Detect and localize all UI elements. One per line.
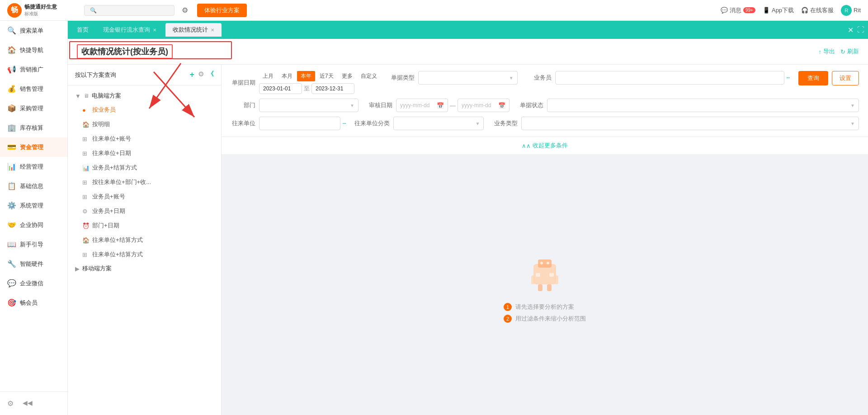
online-service-label: 在线客服 bbox=[810, 6, 834, 14]
counterpart-input[interactable] bbox=[259, 117, 340, 130]
online-service-button[interactable]: 🎧 在线客服 bbox=[801, 6, 834, 14]
tab-maximize-icon[interactable]: ⛶ bbox=[857, 26, 864, 34]
tab-collection-stat-close[interactable]: ✕ bbox=[211, 28, 214, 33]
scheme-item-salesman-date[interactable]: ⚙ 业务员+日期 bbox=[68, 204, 221, 218]
review-date-to[interactable]: yyyy-mm-dd 📅 bbox=[458, 99, 509, 112]
svg-rect-8 bbox=[531, 275, 535, 284]
scheme-item-by-detail[interactable]: 🏠 按明细 bbox=[68, 117, 221, 132]
counterpart-more-icon[interactable]: ··· bbox=[342, 119, 345, 127]
sm-date-icon: ⚙ bbox=[82, 208, 90, 215]
sidebar-collapse-icon[interactable]: ◀◀ bbox=[23, 399, 33, 408]
top-search-box[interactable]: 🔍 bbox=[84, 5, 175, 16]
message-button[interactable]: 💬 消息 99+ bbox=[721, 6, 755, 14]
collapse-bar[interactable]: ∧∧ 收起更多条件 bbox=[222, 137, 868, 154]
sidebar-settings-icon[interactable]: ⚙ bbox=[7, 399, 14, 408]
tab-bank-flow[interactable]: 现金银行流水查询 ✕ bbox=[96, 23, 164, 37]
app-download-button[interactable]: 📱 App下载 bbox=[763, 6, 794, 14]
sidebar: 🔍 搜索菜单 🏠 快捷导航 📢 营销推广 💰 销售管理 📦 采购管理 🏢 库存核… bbox=[0, 21, 68, 415]
tab-collection-stat[interactable]: 收款情况统计 ✕ bbox=[165, 23, 222, 37]
panel-settings-icon[interactable]: ⚙ bbox=[198, 70, 204, 80]
dept-select[interactable]: ▼ bbox=[259, 99, 359, 112]
right-content: 单据日期 上月 本月 本年 近7天 更多 自定义 bbox=[222, 65, 868, 415]
logo-sub: 标准版 bbox=[24, 11, 57, 17]
sidebar-item-wechat[interactable]: 💬 企业微信 bbox=[0, 274, 67, 293]
review-date-filter: 审核日期 yyyy-mm-dd 📅 — yyyy-mm-dd bbox=[368, 99, 509, 112]
salesman-more-icon[interactable]: ··· bbox=[786, 74, 789, 82]
date-from-input[interactable] bbox=[259, 83, 302, 94]
message-icon: 💬 bbox=[721, 7, 728, 14]
page-title: 收款情况统计(按业务员) bbox=[77, 44, 173, 59]
sidebar-item-member[interactable]: 🎯 畅会员 bbox=[0, 293, 67, 312]
panel-add-icon[interactable]: + bbox=[189, 70, 194, 80]
sidebar-item-enterprise[interactable]: 🤝 企业协同 bbox=[0, 215, 67, 235]
sidebar-label-guide: 新手引导 bbox=[20, 241, 43, 249]
date-tab-last-month[interactable]: 上月 bbox=[259, 71, 277, 81]
svg-rect-11 bbox=[547, 284, 552, 291]
user-avatar: R bbox=[841, 5, 852, 16]
mobile-group-title[interactable]: ▶ 移动端方案 bbox=[68, 262, 221, 275]
counterpart-cat-arrow: ▼ bbox=[475, 121, 480, 126]
dept-label: 部门 bbox=[231, 101, 255, 109]
calendar-icon-from[interactable]: 📅 bbox=[437, 102, 444, 109]
sidebar-item-sales[interactable]: 💰 销售管理 bbox=[0, 79, 67, 99]
content-area: 首页 现金银行流水查询 ✕ 收款情况统计 ✕ ✕ ⛶ 收款情况统计(按业务员) bbox=[68, 21, 868, 415]
sidebar-item-finance[interactable]: 💳 资金管理 bbox=[0, 137, 67, 157]
scheme-item-cp-settlement2[interactable]: ⊞ 往来单位+结算方式 bbox=[68, 247, 221, 262]
sidebar-item-system[interactable]: ⚙️ 系统管理 bbox=[0, 196, 67, 215]
sidebar-item-smart-hw[interactable]: 🔧 智能硬件 bbox=[0, 254, 67, 274]
scheme-item-dept-date[interactable]: ⏰ 部门+日期 bbox=[68, 218, 221, 233]
date-tab-more[interactable]: 更多 bbox=[338, 71, 356, 81]
trial-button[interactable]: 体验行业方案 bbox=[197, 4, 247, 17]
scheme-item-counterpart-date[interactable]: ⊞ 往来单位+日期 bbox=[68, 146, 221, 160]
calendar-icon-to[interactable]: 📅 bbox=[498, 102, 505, 109]
desktop-group-label: 电脑端方案 bbox=[92, 92, 121, 100]
scheme-item-counterpart-dept[interactable]: ⊞ 按往来单位+部门+收... bbox=[68, 175, 221, 189]
sidebar-label-wechat: 企业微信 bbox=[20, 279, 43, 288]
sidebar-item-guide[interactable]: 📖 新手引导 bbox=[0, 235, 67, 254]
sidebar-item-quick-nav[interactable]: 🏠 快捷导航 bbox=[0, 40, 67, 60]
tab-bank-flow-close[interactable]: ✕ bbox=[153, 28, 156, 33]
svg-point-5 bbox=[547, 262, 549, 264]
sidebar-item-purchase[interactable]: 📦 采购管理 bbox=[0, 99, 67, 118]
sidebar-item-inventory[interactable]: 🏢 库存核算 bbox=[0, 118, 67, 137]
settings-icon[interactable]: ⚙ bbox=[180, 4, 190, 16]
date-tab-custom[interactable]: 自定义 bbox=[357, 71, 381, 81]
sidebar-item-basic-info[interactable]: 📋 基础信息 bbox=[0, 176, 67, 196]
salesman-input[interactable] bbox=[555, 71, 784, 85]
sidebar-item-search[interactable]: 🔍 搜索菜单 bbox=[0, 21, 67, 40]
counterpart-cat-select[interactable]: ▼ bbox=[393, 117, 484, 130]
sidebar-item-marketing[interactable]: 📢 营销推广 bbox=[0, 60, 67, 79]
date-tab-7days[interactable]: 近7天 bbox=[316, 71, 337, 81]
counterpart-filter: 往来单位 ··· bbox=[231, 117, 345, 130]
business-type-select[interactable]: ▼ bbox=[521, 117, 859, 130]
purchase-icon: 📦 bbox=[7, 104, 16, 113]
scheme-item-by-salesman[interactable]: ● 按业务员 bbox=[68, 103, 221, 117]
sm-account-icon: ⊞ bbox=[82, 193, 90, 200]
sidebar-label-inventory: 库存核算 bbox=[20, 124, 43, 132]
scheme-item-cp-settlement1[interactable]: 🏠 往来单位+结算方式 bbox=[68, 233, 221, 247]
system-icon: ⚙️ bbox=[7, 201, 16, 210]
query-button[interactable]: 查询 bbox=[798, 71, 828, 85]
tab-home[interactable]: 首页 bbox=[71, 23, 94, 37]
date-tab-this-month[interactable]: 本月 bbox=[278, 71, 296, 81]
review-to-placeholder: yyyy-mm-dd bbox=[462, 102, 491, 108]
search-icon: 🔍 bbox=[7, 26, 16, 35]
scheme-item-counterpart-account[interactable]: ⊞ 往来单位+账号 bbox=[68, 132, 221, 146]
settings-button[interactable]: 设置 bbox=[832, 71, 859, 85]
review-date-from[interactable]: yyyy-mm-dd 📅 bbox=[396, 99, 448, 112]
scheme-item-salesman-account[interactable]: ⊞ 业务员+账号 bbox=[68, 189, 221, 204]
refresh-button[interactable]: ↻ 刷新 bbox=[840, 47, 859, 56]
date-tab-this-year[interactable]: 本年 bbox=[297, 71, 315, 81]
doc-status-select[interactable]: ▼ bbox=[547, 99, 859, 112]
filter-row-2: 部门 ▼ 审核日期 y bbox=[222, 94, 868, 112]
sidebar-item-operations[interactable]: 📊 经营管理 bbox=[0, 157, 67, 176]
cp-settle2-label: 往来单位+结算方式 bbox=[92, 250, 143, 259]
tab-close-all-icon[interactable]: ✕ bbox=[848, 26, 854, 34]
user-area[interactable]: R Rit bbox=[841, 5, 861, 16]
export-button[interactable]: ↑ 导出 bbox=[819, 47, 835, 56]
panel-collapse-icon[interactable]: 《 bbox=[208, 70, 214, 80]
desktop-group-title[interactable]: ▼ 🖥 电脑端方案 bbox=[68, 89, 221, 103]
scheme-item-salesman-settlement[interactable]: 📊 业务员+结算方式 bbox=[68, 160, 221, 175]
doc-type-select[interactable]: ▼ bbox=[418, 71, 518, 85]
date-to-input[interactable] bbox=[311, 83, 354, 94]
